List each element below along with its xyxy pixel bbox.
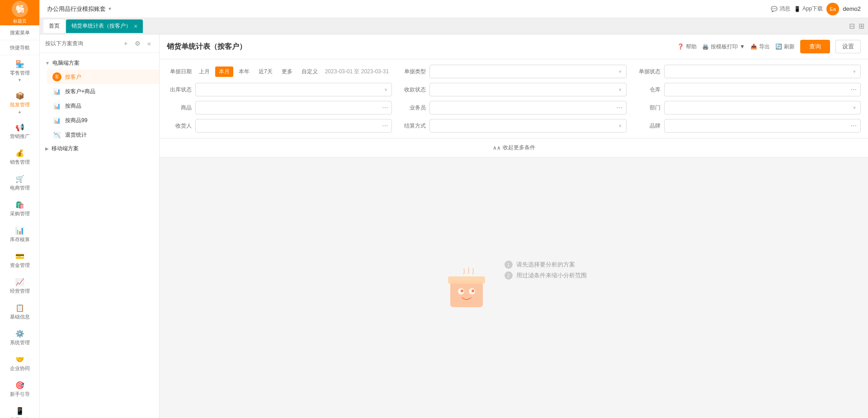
sidebar-item-basics[interactable]: 📋 基础信息 [0,299,39,325]
help-button[interactable]: ❓ 帮助 [677,43,697,51]
settings-button[interactable]: 设置 [835,40,861,53]
sidebar-item-sales[interactable]: 💰 销售管理 [0,144,39,170]
tab-close-icon[interactable]: × [134,23,137,30]
tab-sales-stats-label: 销货单统计表（按客户） [71,22,131,30]
date-tab-more[interactable]: 更多 [278,66,296,77]
purchase-icon: 🛍️ [15,200,24,209]
page-actions: ❓ 帮助 🖨️ 按模板打印 ▼ 📤 导出 🔄 刷新 [677,40,861,53]
sidebar-item-system[interactable]: ⚙️ 系统管理 [0,325,39,351]
message-icon: 💬 [771,6,778,12]
brand-select[interactable]: ··· [664,119,861,133]
message-action[interactable]: 💬 消息 [771,5,790,13]
collapse-button[interactable]: ∧∧ 收起更多条件 [487,142,541,153]
sidebar-item-operations[interactable]: 📈 经营管理 [0,273,39,299]
topbar: 办公用品行业模拟账套 ▼ 💬 消息 📱 App下载 Ea demo2 [40,0,868,18]
finance-icon: 💳 [15,252,24,261]
date-tab-last-month[interactable]: 上月 [195,66,213,77]
warehouse-select[interactable]: ··· [664,83,861,96]
empty-text: 1 请先选择要分析的方案 2 用过滤条件来缩小分析范围 [505,261,587,282]
return-stats-icon: 📉 [52,130,61,139]
collapse-panel-button[interactable]: « [145,39,154,48]
settlement-select[interactable]: ▼ [429,119,626,133]
hint-num-1: 1 [505,261,513,269]
tree-item-by-customer[interactable]: 客 按客户 [47,70,159,84]
receiver-select[interactable]: ··· [195,119,392,133]
date-tab-last-7[interactable]: 近7天 [255,66,276,77]
wholesale-expand: ▲ [18,109,22,114]
sidebar-item-appcenter[interactable]: 📱 应用中心 [0,402,39,418]
sidebar-item-inventory[interactable]: 📊 库存核算 [0,222,39,247]
by-customer-icon: 客 [52,72,61,81]
sidebar-item-enterprise[interactable]: 🤝 企业协同 [0,351,39,376]
print-button[interactable]: 🖨️ 按模板打印 ▼ [702,43,745,51]
out-status-select[interactable]: ▼ [195,83,392,96]
payment-status-select[interactable]: ▼ [429,83,626,96]
tree-item-by-customer-product[interactable]: 📊 按客户+商品 [47,84,159,99]
export-button[interactable]: 📤 导出 [750,43,770,51]
marketing-icon: 📢 [15,123,24,132]
sidebar-item-ecommerce[interactable]: 🛒 电商管理 [0,170,39,196]
sidebar-item-marketing[interactable]: 📢 营销推广 [0,119,39,144]
collapse-icon: « [147,40,151,47]
date-tab-this-month[interactable]: 本月 [215,66,233,77]
date-tab-custom[interactable]: 自定义 [298,66,321,77]
staff-select[interactable]: ··· [429,101,626,114]
sidebar-shortcut[interactable]: 快捷导航 [0,40,39,55]
minimize-icon[interactable]: ⊟ [849,22,855,30]
refresh-button[interactable]: 🔄 刷新 [775,43,795,51]
main-area: 办公用品行业模拟账套 ▼ 💬 消息 📱 App下载 Ea demo2 首页 销货… [40,0,868,418]
order-status-arrow-icon: ▼ [852,69,857,74]
ecommerce-icon: 🛒 [15,175,24,183]
tree-item-return-stats[interactable]: 📉 退货统计 [47,128,159,142]
print-expand-icon: ▼ [740,43,745,50]
desktop-group-header[interactable]: ▼ 电脑端方案 [40,57,159,70]
empty-state: 1 请先选择要分析的方案 2 用过滤条件来缩小分析范围 [160,157,868,418]
right-panel: 销货单统计表（按客户） ❓ 帮助 🖨️ 按模板打印 ▼ 📤 导出 [160,34,868,418]
by-customer-product-label: 按客户+商品 [65,88,95,95]
content-area: 按以下方案查询 + ⚙ « ▼ 电脑端方案 [40,34,868,418]
tab-sales-stats[interactable]: 销货单统计表（按客户） × [66,19,143,33]
download-action[interactable]: 📱 App下载 [794,5,823,13]
left-panel-title: 按以下方案查询 [45,40,83,48]
product-label: 商品 [167,104,192,112]
sidebar-search[interactable]: 搜索菜单 [0,25,39,40]
app-logo[interactable]: 畅 标题页 [0,0,39,25]
avatar-initials: Ea [830,6,836,12]
breadcrumb-dropdown[interactable]: 办公用品行业模拟账套 ▼ [47,5,112,13]
mobile-group-header[interactable]: ▶ 移动端方案 [40,142,159,155]
help-icon: ❓ [677,43,684,50]
collapse-label: 收起更多条件 [503,144,535,152]
system-label: 系统管理 [10,339,30,346]
sidebar-item-finance[interactable]: 💳 资金管理 [0,247,39,273]
tab-home[interactable]: 首页 [43,19,65,33]
tree-item-by-product99[interactable]: 📊 按商品99 [47,113,159,128]
date-tab-this-year[interactable]: 本年 [235,66,253,77]
refresh-icon: 🔄 [775,43,782,50]
mobile-expand-icon: ▶ [45,146,49,151]
add-plan-button[interactable]: + [121,39,130,48]
desktop-tree-items: 客 按客户 📊 按客户+商品 📊 按商品 📊 [40,70,159,142]
maximize-icon[interactable]: ⊞ [859,22,864,30]
message-label: 消息 [779,5,790,13]
sidebar-item-purchase[interactable]: 🛍️ 采购管理 [0,196,39,222]
query-button[interactable]: 查询 [800,40,830,53]
tree-item-by-product[interactable]: 📊 按商品 [47,99,159,113]
department-select[interactable]: ▼ [664,101,861,114]
download-label: App下载 [802,5,823,13]
user-avatar[interactable]: Ea [826,3,839,15]
wholesale-icon: 📦 [15,91,24,100]
marketing-label: 营销推广 [10,133,30,140]
sidebar-menu: 🏪 零售管理 ▼ 📦 批发管理 ▲ 📢 营销推广 💰 销售管理 🛒 电商管理 🛍… [0,55,39,418]
warehouse-label: 仓库 [636,86,660,94]
order-status-select[interactable]: ▼ [664,65,861,78]
sidebar-item-newbie[interactable]: 🎯 新手引导 [0,376,39,402]
plan-settings-button[interactable]: ⚙ [133,39,142,48]
order-type-select[interactable]: ▼ [429,65,626,78]
product-select[interactable]: ··· [195,101,392,114]
sidebar-item-retail[interactable]: 🏪 零售管理 ▼ [0,55,39,87]
warehouse-dots: ··· [851,86,857,94]
sidebar-item-wholesale[interactable]: 📦 批发管理 ▲ [0,87,39,119]
by-product99-label: 按商品99 [65,117,87,124]
empty-content: 1 请先选择要分析的方案 2 用过滤条件来缩小分析范围 [441,261,587,315]
plan-tree: ▼ 电脑端方案 客 按客户 📊 按客户+商品 📊 [40,53,159,418]
